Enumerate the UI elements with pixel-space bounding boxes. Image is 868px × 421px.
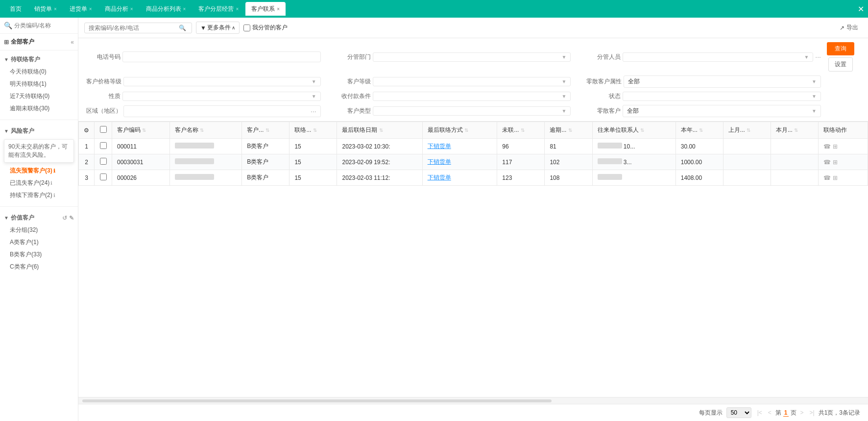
- row3-action-icon-1[interactable]: ☎: [823, 174, 831, 181]
- th-settings[interactable]: ⚙: [79, 122, 95, 139]
- value-refresh-icon[interactable]: ↺: [62, 215, 67, 222]
- sort-last-month-icon[interactable]: ⇅: [747, 127, 750, 133]
- sidebar-item-class-c[interactable]: C类客户(6): [0, 261, 78, 273]
- sidebar-section-value-title[interactable]: ▼ 价值客户 ↺ ✎: [0, 212, 78, 224]
- prev-page-btn[interactable]: <: [766, 408, 773, 417]
- next-page-btn[interactable]: >: [798, 408, 806, 417]
- export-btn[interactable]: ↗ 导出: [836, 22, 862, 33]
- my-customers-checkbox[interactable]: [243, 25, 250, 31]
- tab-product-analysis-list-close[interactable]: ×: [183, 6, 186, 12]
- filter-nature-select[interactable]: ▼: [122, 92, 321, 101]
- sidebar-item-class-b[interactable]: B类客户(33): [0, 248, 78, 261]
- tab-product-analysis-list-label: 商品分析列表: [146, 5, 181, 13]
- sidebar-item-today[interactable]: 今天待联络(0): [0, 66, 78, 78]
- row3-last-method[interactable]: 下销货单: [422, 170, 497, 186]
- sort-contact-person-icon[interactable]: ⇅: [640, 127, 644, 133]
- tab-purchase-order[interactable]: 进货单 ×: [64, 2, 98, 16]
- row2-action-icon-1[interactable]: ☎: [823, 159, 831, 166]
- sort-this-year-icon[interactable]: ⇅: [699, 127, 703, 133]
- first-page-btn[interactable]: |<: [755, 408, 764, 417]
- my-customers-checkbox-label[interactable]: 我分管的客户: [243, 24, 288, 32]
- horizontal-scrollbar[interactable]: [78, 397, 868, 404]
- row2-checkbox[interactable]: [100, 158, 107, 165]
- th-checkbox[interactable]: [95, 122, 112, 139]
- filter-customer-type-select[interactable]: ▼: [373, 106, 571, 116]
- filter-price-level-select[interactable]: ▼: [123, 77, 321, 86]
- search-input[interactable]: [89, 25, 177, 31]
- tab-sales-order-close[interactable]: ×: [54, 6, 57, 12]
- row3-last-method-link[interactable]: 下销货单: [428, 174, 451, 181]
- sidebar-item-declining[interactable]: 持续下滑客户(2) ℹ: [0, 189, 78, 201]
- row1-action-icon-2[interactable]: ⊞: [833, 143, 838, 150]
- sidebar-item-overdue-contact[interactable]: 逾期未联络(30): [0, 102, 78, 115]
- row1-action: ☎ ⊞: [818, 139, 868, 154]
- filter-status-select[interactable]: ▼: [623, 92, 821, 101]
- th-level: 客户... ⇅: [242, 122, 289, 139]
- row1-contact: 15: [289, 139, 337, 154]
- filter-region-more[interactable]: ···: [311, 107, 316, 115]
- sidebar-item-class-a[interactable]: A类客户(1): [0, 236, 78, 248]
- sidebar-item-7days[interactable]: 近7天待联络(0): [0, 90, 78, 102]
- sort-code-icon[interactable]: ⇅: [142, 127, 146, 133]
- row1-action-icon-1[interactable]: ☎: [823, 143, 831, 150]
- row2-last-method-link[interactable]: 下销货单: [428, 158, 451, 165]
- sidebar-section-risk-title[interactable]: ▼ 风险客户: [0, 125, 78, 137]
- sidebar-section-pending-title[interactable]: ▼ 待联络客户: [0, 53, 78, 66]
- sidebar-all-customers[interactable]: ⊞ 全部客户 «: [0, 34, 78, 50]
- sidebar-search-input[interactable]: [14, 22, 74, 29]
- row1-last-method[interactable]: 下销货单: [422, 139, 497, 154]
- tab-purchase-order-close[interactable]: ×: [89, 6, 92, 12]
- row3-checkbox[interactable]: [100, 173, 107, 180]
- filter-retail-attr-label: 零散客户属性: [586, 77, 622, 86]
- query-button[interactable]: 查询: [827, 42, 854, 55]
- sort-this-month-icon[interactable]: ⇅: [794, 127, 798, 133]
- filter-retail-attr-select[interactable]: 全部 ▼: [624, 75, 821, 88]
- sidebar-item-tomorrow[interactable]: 明天待联络(1): [0, 78, 78, 90]
- filter-payment-select[interactable]: ▼: [373, 92, 571, 101]
- filter-retail-customer-select[interactable]: 全部 ▼: [623, 105, 821, 117]
- search-submit-icon[interactable]: 🔍: [179, 25, 186, 31]
- tab-home[interactable]: 首页: [4, 2, 27, 16]
- filter-phone-input[interactable]: [122, 51, 321, 62]
- close-all-tabs[interactable]: ✕: [858, 4, 864, 14]
- sort-overdue-icon[interactable]: ⇅: [568, 127, 572, 133]
- filter-more-btn[interactable]: ▼ 更多条件 ∧: [196, 22, 240, 34]
- row3-action-icon-2[interactable]: ⊞: [833, 174, 838, 181]
- sort-uncontacted-icon[interactable]: ⇅: [521, 127, 525, 133]
- per-page-select[interactable]: 50 100 200: [726, 407, 751, 418]
- filter-customer-level-select[interactable]: ▼: [373, 77, 571, 86]
- per-page-label: 每页显示: [699, 409, 723, 417]
- filter-region-select[interactable]: ···: [123, 105, 321, 117]
- tab-sales-order[interactable]: 销货单 ×: [28, 2, 63, 16]
- filter-dept-select[interactable]: ▼: [373, 52, 571, 62]
- sidebar-item-ungrouped[interactable]: 未分组(32): [0, 224, 78, 236]
- tab-product-analysis[interactable]: 商品分析 ×: [99, 2, 139, 16]
- settings-button[interactable]: 设置: [828, 57, 853, 72]
- row1-checkbox[interactable]: [100, 142, 107, 149]
- filter-manager-select[interactable]: ▼: [623, 52, 813, 62]
- select-all-checkbox[interactable]: [100, 126, 107, 133]
- sort-level-icon[interactable]: ⇅: [265, 127, 269, 133]
- tab-customer-contact-close[interactable]: ×: [277, 6, 280, 12]
- row1-last-method-link[interactable]: 下销货单: [428, 143, 451, 149]
- sidebar-item-churned[interactable]: 已流失客户(24) ℹ: [0, 177, 78, 189]
- sort-contact-icon[interactable]: ⇅: [313, 127, 317, 133]
- th-last-month: 上月... ⇅: [723, 122, 771, 139]
- tab-customer-tier[interactable]: 客户分层经营 ×: [193, 2, 244, 16]
- row2-action-icon-2[interactable]: ⊞: [833, 159, 838, 166]
- filter-manager-more[interactable]: ···: [815, 53, 821, 61]
- tab-customer-tier-close[interactable]: ×: [236, 6, 239, 12]
- row2-last-method[interactable]: 下销货单: [422, 154, 497, 170]
- value-edit-icon[interactable]: ✎: [69, 215, 74, 222]
- tab-product-analysis-list[interactable]: 商品分析列表 ×: [140, 2, 192, 16]
- tab-product-analysis-close[interactable]: ×: [130, 6, 133, 12]
- scroll-thumb[interactable]: [82, 399, 552, 402]
- sidebar-item-churn-warning[interactable]: 流失预警客户(3) ℹ: [0, 165, 78, 177]
- sort-last-method-icon[interactable]: ⇅: [464, 127, 468, 133]
- tab-customer-contact[interactable]: 客户联系 ×: [245, 2, 286, 16]
- sort-name-icon[interactable]: ⇅: [200, 127, 204, 133]
- sort-last-date-icon[interactable]: ⇅: [379, 127, 383, 133]
- sidebar-collapse-icon[interactable]: «: [71, 39, 74, 46]
- filter-price-level-arrow: ▼: [312, 79, 316, 84]
- last-page-btn[interactable]: >|: [808, 408, 817, 417]
